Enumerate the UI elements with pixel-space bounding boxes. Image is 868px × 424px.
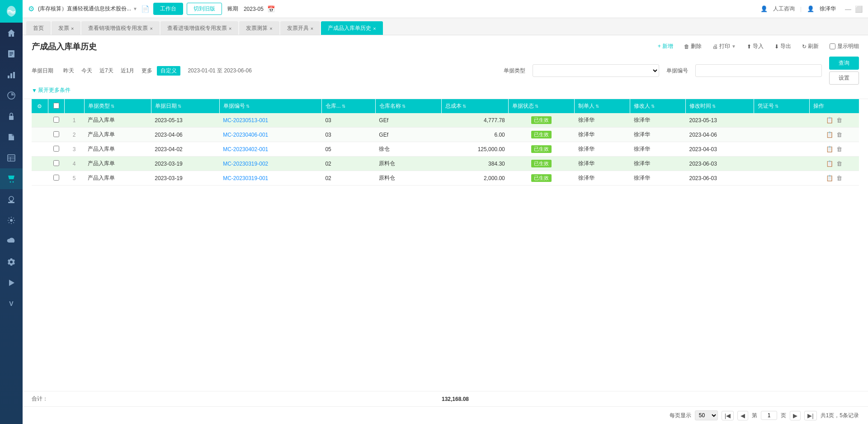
tab-purchase-invoice[interactable]: 查看进项增值税专用发票 ×: [160, 21, 238, 35]
switch-version-btn[interactable]: 切到旧版: [187, 3, 222, 15]
th-modifier[interactable]: 修改人⇅: [630, 99, 686, 113]
new-btn[interactable]: + 新增: [654, 41, 677, 52]
tab-sales-invoice[interactable]: 查看销项增值税专用发票 ×: [81, 21, 159, 35]
minimize-icon[interactable]: —: [845, 5, 851, 13]
help-label[interactable]: 人工咨询: [773, 5, 795, 13]
th-status[interactable]: 单据状态⇅: [509, 99, 575, 113]
sidebar-item-invoice[interactable]: [0, 43, 23, 64]
sidebar-item-doc[interactable]: [0, 127, 23, 148]
date-btn-yesterday[interactable]: 昨天: [61, 66, 77, 76]
date-btn-7days[interactable]: 近7天: [97, 66, 116, 76]
edit-icon-4[interactable]: 📋: [826, 175, 833, 181]
user-name[interactable]: 徐泽华: [820, 5, 836, 13]
delete-icon-3[interactable]: 🗑: [836, 160, 842, 167]
td-check-2[interactable]: [48, 142, 64, 157]
tab-invoice[interactable]: 发票 ×: [52, 21, 80, 35]
th-doc-type[interactable]: 单据类型⇅: [84, 99, 151, 113]
sidebar-item-gear[interactable]: [0, 252, 23, 272]
sidebar-item-chart[interactable]: [0, 64, 23, 85]
tab-open[interactable]: 发票开具 ×: [280, 21, 320, 35]
last-page-btn[interactable]: ▶|: [804, 411, 816, 420]
th-checkbox[interactable]: [48, 99, 64, 113]
row-checkbox-1[interactable]: [53, 131, 59, 137]
query-btn[interactable]: 查询: [829, 57, 859, 70]
th-settings[interactable]: ⚙: [32, 99, 48, 113]
tab-product-history[interactable]: 产成品入库单历史 ×: [321, 21, 382, 35]
sidebar-item-shop[interactable]: [0, 168, 23, 189]
sidebar-item-settings2[interactable]: [0, 210, 23, 231]
import-btn[interactable]: ⬆ 导入: [743, 41, 767, 52]
td-no-1[interactable]: MC-20230406-001: [219, 128, 321, 142]
th-voucher[interactable]: 凭证号⇅: [754, 99, 809, 113]
edit-icon-2[interactable]: 📋: [826, 146, 833, 152]
th-total-cost[interactable]: 总成本⇅: [442, 99, 509, 113]
first-page-btn[interactable]: |◀: [722, 411, 734, 420]
date-btn-1month[interactable]: 近1月: [118, 66, 137, 76]
tab-product-history-close[interactable]: ×: [373, 26, 376, 31]
next-page-btn[interactable]: ▶: [790, 411, 801, 420]
td-check-0[interactable]: [48, 113, 64, 128]
tab-home[interactable]: 首页: [26, 21, 51, 35]
doc-link-3[interactable]: MC-20230319-002: [223, 161, 268, 167]
td-check-1[interactable]: [48, 128, 64, 142]
delete-icon-1[interactable]: 🗑: [836, 131, 842, 138]
refresh-btn[interactable]: ↻ 刷新: [798, 41, 822, 52]
row-checkbox-4[interactable]: [53, 175, 59, 181]
show-detail-checkbox[interactable]: [830, 43, 835, 49]
sidebar-item-v[interactable]: V: [0, 293, 23, 314]
edit-icon-0[interactable]: 📋: [826, 117, 833, 124]
export-btn[interactable]: ⬇ 导出: [771, 41, 795, 52]
maximize-icon[interactable]: ⬜: [855, 5, 863, 13]
tab-sales-close[interactable]: ×: [150, 26, 152, 31]
doc-link-2[interactable]: MC-20230402-001: [223, 146, 268, 152]
date-btn-custom[interactable]: 自定义: [157, 66, 180, 76]
prev-page-btn[interactable]: ◀: [737, 411, 748, 420]
delete-icon-0[interactable]: 🗑: [836, 117, 842, 124]
tab-invoice-close[interactable]: ×: [71, 26, 74, 31]
page-input[interactable]: [761, 411, 777, 420]
td-no-2[interactable]: MC-20230402-001: [219, 142, 321, 157]
expand-more-btn[interactable]: ▼ 展开更多条件: [32, 86, 859, 94]
set-btn[interactable]: 设置: [829, 71, 859, 85]
row-checkbox-3[interactable]: [53, 160, 59, 166]
doc-link-0[interactable]: MC-20230513-001: [223, 117, 268, 124]
edit-icon-1[interactable]: 📋: [826, 131, 833, 138]
th-doc-no[interactable]: 单据编号⇅: [219, 99, 321, 113]
row-checkbox-0[interactable]: [53, 117, 59, 123]
td-no-4[interactable]: MC-20230319-001: [219, 171, 321, 186]
sidebar-item-play[interactable]: [0, 272, 23, 293]
th-doc-date[interactable]: 单据日期⇅: [151, 99, 219, 113]
doc-no-input[interactable]: [695, 64, 822, 77]
doc-link-1[interactable]: MC-20230406-001: [223, 132, 268, 138]
th-mod-time[interactable]: 修改时间⇅: [685, 99, 754, 113]
th-creator[interactable]: 制单人⇅: [575, 99, 630, 113]
delete-icon-2[interactable]: 🗑: [836, 146, 842, 152]
td-check-4[interactable]: [48, 171, 64, 186]
tab-calc-close[interactable]: ×: [269, 26, 272, 31]
delete-icon-4[interactable]: 🗑: [836, 175, 842, 181]
sidebar-item-analytics[interactable]: [0, 85, 23, 106]
calendar-icon[interactable]: 📅: [267, 5, 275, 13]
sidebar-item-cloud[interactable]: [0, 231, 23, 252]
work-desk-btn[interactable]: 工作台: [153, 3, 183, 15]
tab-calc[interactable]: 发票测算 ×: [239, 21, 279, 35]
td-no-3[interactable]: MC-20230319-002: [219, 157, 321, 171]
date-btn-today[interactable]: 今天: [79, 66, 95, 76]
row-checkbox-2[interactable]: [53, 146, 59, 152]
select-all-checkbox[interactable]: [53, 103, 59, 109]
sidebar-item-home[interactable]: [0, 23, 23, 43]
sidebar-item-stamp[interactable]: [0, 189, 23, 210]
per-page-select[interactable]: 50 20 100: [695, 410, 718, 420]
td-no-0[interactable]: MC-20230513-001: [219, 113, 321, 128]
tab-open-close[interactable]: ×: [311, 26, 313, 31]
tab-purchase-close[interactable]: ×: [229, 26, 231, 31]
sidebar-item-lock[interactable]: [0, 106, 23, 127]
doc-type-select[interactable]: [533, 64, 659, 77]
print-btn[interactable]: 🖨 打印 ▼: [709, 41, 740, 52]
th-warehouse-name[interactable]: 仓库名称⇅: [375, 99, 441, 113]
th-warehouse-code[interactable]: 仓库...⇅: [321, 99, 375, 113]
date-btn-more[interactable]: 更多: [139, 66, 155, 76]
td-check-3[interactable]: [48, 157, 64, 171]
sidebar-item-table[interactable]: [0, 148, 23, 168]
doc-link-4[interactable]: MC-20230319-001: [223, 175, 268, 181]
